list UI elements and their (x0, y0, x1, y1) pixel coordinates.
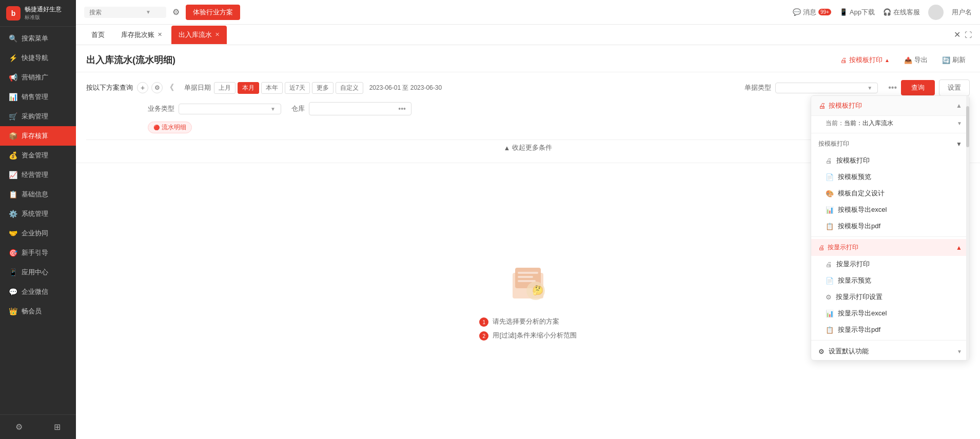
sidebar-item-system[interactable]: ⚙️ 系统管理 (0, 204, 76, 224)
message-badge: 99+ (818, 9, 831, 15)
tab-bar-right: ✕ ⛶ (954, 30, 972, 39)
template-pdf-item[interactable]: 📋 按模板导出pdf (811, 218, 969, 234)
user-avatar[interactable] (928, 5, 944, 20)
filter-query-actions: ••• 查询 设置 (888, 79, 970, 96)
empty-state-icon: 🤔 (502, 257, 554, 309)
tab-stock-flow[interactable]: 出入库流水 ✕ (171, 26, 227, 44)
doc-type-select[interactable]: ▼ (775, 83, 878, 93)
doc-preview-icon: 📄 (826, 173, 834, 181)
print-arrow-icon: ▲ (885, 57, 890, 63)
search-input[interactable] (89, 9, 146, 16)
sidebar-item-app-center[interactable]: 📱 应用中心 (0, 263, 76, 282)
message-action[interactable]: 💬 消息 99+ (793, 8, 831, 17)
doc-type-group: 单据类型 ▼ (744, 83, 878, 93)
sidebar-item-purchase[interactable]: 🛒 采购管理 (0, 107, 76, 126)
sidebar-item-vip[interactable]: 👑 畅会员 (0, 302, 76, 321)
set-default-icon: ⚙ (818, 348, 825, 355)
app-download-action[interactable]: 📱 App下载 (839, 8, 875, 17)
business-type-group: 业务类型 ▼ (148, 104, 281, 114)
sidebar-item-wechat[interactable]: 💬 企业微信 (0, 282, 76, 302)
set-default-item[interactable]: ⚙ 设置默认功能 ▼ (811, 343, 969, 360)
date-btn-7days[interactable]: 近7天 (285, 82, 310, 94)
tab-bar: 首页 库存批次账 ✕ 出入库流水 ✕ ✕ ⛶ (76, 25, 980, 45)
basic-info-icon: 📋 (8, 190, 17, 199)
template-custom-item[interactable]: 🎨 模板自定义设计 (811, 185, 969, 202)
query-btn[interactable]: 查询 (901, 80, 935, 95)
dropdown-collapse-btn[interactable]: ▲ (956, 102, 962, 109)
sidebar-item-operations[interactable]: 📈 经营管理 (0, 165, 76, 185)
export-btn[interactable]: 📤 导出 (900, 53, 932, 67)
header-gear-icon[interactable]: ⚙ (172, 7, 180, 17)
divider-2 (811, 236, 969, 237)
current-label-text: 当前：当前：出入库流水 (826, 119, 893, 128)
empty-step-1: 1 请先选择要分析的方案 (479, 317, 576, 327)
page-actions: 🖨 按模板打印 ▲ 📤 导出 🔄 刷新 (836, 53, 970, 67)
date-filter: 单据日期 上月 本月 本年 近7天 更多 自定义 2023-06-01 至 20… (184, 82, 734, 94)
online-service-action[interactable]: 🎧 在线客服 (883, 8, 920, 17)
header-search-box[interactable]: ▼ (84, 7, 166, 18)
toggle-sidebar-btn[interactable]: ⊞ (50, 420, 65, 434)
template-print-section[interactable]: 按模板打印 ▼ (811, 135, 969, 152)
operations-icon: 📈 (8, 170, 17, 179)
settings-btn[interactable]: 设置 (939, 79, 970, 96)
warehouse-dots[interactable]: ••• (398, 105, 406, 113)
purchase-icon: 🛒 (8, 112, 17, 121)
date-btn-more[interactable]: 更多 (312, 82, 334, 94)
tab-bar-expand-btn[interactable]: ⛶ (965, 31, 972, 39)
print-btn[interactable]: 🖨 按模板打印 ▲ (836, 53, 894, 67)
sidebar-item-search[interactable]: 🔍 搜索菜单 (0, 29, 76, 48)
headset-icon: 🎧 (883, 8, 891, 16)
sidebar-item-enterprise[interactable]: 🤝 企业协同 (0, 224, 76, 243)
industry-btn[interactable]: 体验行业方案 (186, 5, 240, 20)
date-btn-this-month[interactable]: 本月 (238, 82, 259, 94)
date-field-label: 单据日期 (184, 83, 211, 92)
filter-settings-btn[interactable]: ⚙ (151, 82, 163, 93)
more-options-icon[interactable]: ••• (888, 83, 897, 92)
current-arrow-icon: ▼ (957, 121, 962, 126)
filter-tag-container: 🔴 流水明细 (148, 122, 192, 133)
date-btn-this-year[interactable]: 本年 (261, 82, 283, 94)
sidebar-item-basic-info[interactable]: 📋 基础信息 (0, 185, 76, 204)
display-print-item[interactable]: 🖨 按显示打印 (811, 256, 969, 272)
finance-icon: 💰 (8, 151, 17, 160)
divider-3 (811, 340, 969, 341)
display-pdf-item[interactable]: 📋 按显示导出pdf (811, 322, 969, 338)
warehouse-select[interactable]: ••• (309, 102, 411, 115)
svg-text:🤔: 🤔 (532, 285, 544, 296)
sidebar-item-inventory[interactable]: 📦 库存核算 (0, 126, 76, 146)
business-type-select[interactable]: ▼ (179, 104, 281, 114)
template-print-item[interactable]: 🖨 按模板打印 (811, 152, 969, 169)
sidebar-item-marketing[interactable]: 📢 营销推广 (0, 68, 76, 87)
template-excel-item[interactable]: 📊 按模板导出excel (811, 202, 969, 218)
date-btn-custom[interactable]: 自定义 (336, 82, 363, 94)
tab-stock-flow-close[interactable]: ✕ (215, 31, 220, 38)
tab-bar-close-btn[interactable]: ✕ (954, 30, 961, 39)
tab-inventory-batch[interactable]: 库存批次账 ✕ (114, 26, 169, 44)
date-btn-last-month[interactable]: 上月 (214, 82, 236, 94)
filter-add-btn[interactable]: + (137, 82, 148, 93)
display-print-settings-item[interactable]: ⚙ 按显示打印设置 (811, 289, 969, 305)
quick-nav-icon: ⚡ (8, 53, 17, 63)
display-preview-item[interactable]: 📄 按显示预览 (811, 272, 969, 289)
tab-inventory-batch-close[interactable]: ✕ (158, 31, 162, 38)
empty-steps: 1 请先选择要分析的方案 2 用[过滤]条件来缩小分析范围 (479, 317, 576, 345)
scrollbar-thumb[interactable] (966, 106, 969, 147)
sidebar-item-newbie[interactable]: 🎯 新手引导 (0, 243, 76, 263)
sidebar-item-quick-nav[interactable]: ⚡ 快捷导航 (0, 48, 76, 68)
sidebar-bottom: ⚙ ⊞ (0, 414, 76, 439)
printer-icon: 🖨 (840, 56, 847, 64)
display-print-section[interactable]: 🖨 按显示打印 ▲ (811, 239, 969, 256)
display-excel-item[interactable]: 📊 按显示导出excel (811, 305, 969, 322)
sidebar-item-sales[interactable]: 📊 销售管理 (0, 87, 76, 107)
search-dropdown-icon[interactable]: ▼ (146, 9, 151, 15)
sidebar-item-finance[interactable]: 💰 资金管理 (0, 146, 76, 165)
tab-home[interactable]: 首页 (84, 26, 112, 44)
template-preview-item[interactable]: 📄 按模板预览 (811, 169, 969, 185)
refresh-btn[interactable]: 🔄 刷新 (938, 53, 970, 67)
current-label: 当前：当前：出入库流水 ▼ (811, 116, 969, 131)
settings-bottom-btn[interactable]: ⚙ (11, 420, 27, 434)
doc-type-select-arrow: ▼ (867, 85, 872, 91)
filter-collapse-btn[interactable]: 《 (166, 83, 174, 93)
filter-actions: + ⚙ 《 (137, 82, 174, 93)
filter-search-label: 按以下方案查询 (86, 83, 133, 92)
